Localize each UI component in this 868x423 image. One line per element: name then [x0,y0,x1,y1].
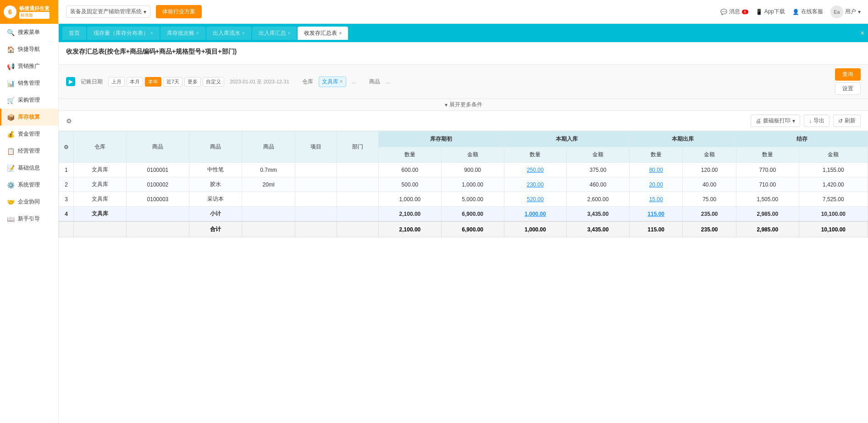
date-label: 记账日期 [81,78,103,86]
gear-icon[interactable]: ⚙ [66,117,72,125]
tab-close-inout-flow[interactable]: × [242,31,245,36]
col-code: 商品 [127,132,189,163]
system-select[interactable]: 装备及固定资产辅助管理系统 ▾ [66,5,150,18]
sidebar-label-system: 系统管理 [18,181,40,189]
print-icon: 🖨 [756,118,761,124]
expand-conditions-bar[interactable]: ▾ 展开更多条件 [59,99,868,111]
table-gear-header[interactable]: ⚙ [59,132,74,163]
sidebar-label-search: 搜索菜单 [18,28,40,36]
in-qty-link[interactable]: 250.00 [527,167,544,173]
sidebar-menu: 🔍搜索菜单🏠快捷导航📢营销推广📊销售管理🛒采购管理📦库存核算💰资金管理📋经营管理… [0,24,58,423]
tab-close-batch[interactable]: × [196,31,199,36]
sub-out-qty-link[interactable]: 115.00 [647,211,664,217]
user-action[interactable]: Ea 用户 ▾ [830,5,861,18]
out-qty-link[interactable]: 20.00 [649,181,663,188]
main-area: 装备及固定资产辅助管理系统 ▾ 体验行业方案 💬 消息 6 📱 App下载 👤 … [59,0,868,423]
out-qty-link[interactable]: 15.00 [649,196,663,203]
service-icon: 👤 [792,9,799,15]
sub-in-qty-link[interactable]: 1,000.00 [525,211,546,217]
footer-row: 合计 2,100.00 6,900.00 1,000.00 3,435.00 1… [59,221,868,237]
topbar-actions: 💬 消息 6 📱 App下载 👤 在线客服 Ea 用户 ▾ [720,5,861,18]
tab-label-inout-summary: 出入库汇总 [259,29,286,37]
message-icon: 💬 [720,9,727,15]
tab-label-recv-send-summary: 收发存汇总表 [304,29,337,37]
date-filter-btn-本年[interactable]: 本年 [145,77,161,87]
table-toolbar: ⚙ 🖨 拨磁板打印 ▾ ↓ 导出 ↺ 刷新 [59,111,868,131]
purchase-icon: 🛒 [7,97,14,104]
warehouse-more-btn[interactable]: ... [352,78,356,85]
sidebar-item-search[interactable]: 🔍搜索菜单 [0,24,58,41]
basic-icon: 📝 [7,165,14,172]
tab-close-recv-send-summary[interactable]: × [339,31,342,36]
query-button[interactable]: 查询 [835,68,861,81]
sidebar-label-guide: 新手引导 [18,215,40,223]
tab-label-inout-flow: 出入库流水 [213,29,240,37]
tab-close-inout-summary[interactable]: × [288,31,291,36]
sidebar-label-finance: 资金管理 [18,130,40,138]
sub-out-qty: 数量 [629,147,683,163]
date-filter-btn-本月[interactable]: 本月 [127,77,143,87]
app-download-action[interactable]: 📱 App下载 [756,8,785,16]
sidebar-item-enterprise[interactable]: 🤝企业协同 [0,193,58,210]
in-qty-link[interactable]: 230.00 [527,181,544,188]
operation-icon: 📋 [7,148,14,155]
warehouse-tag[interactable]: 文具库 × [319,77,346,87]
table-footer: 合计 2,100.00 6,900.00 1,000.00 3,435.00 1… [59,221,868,237]
tab-close-stock-dist[interactable]: × [150,31,153,36]
close-all-tabs[interactable]: × [861,29,864,37]
filter-toggle-button[interactable]: ▶ [66,77,75,86]
trial-button[interactable]: 体验行业方案 [156,5,202,18]
logo-text: 畅捷通好生意 标准版 [19,5,50,19]
refresh-icon: ↺ [838,118,843,124]
sidebar-item-finance[interactable]: 💰资金管理 [0,126,58,143]
tab-home[interactable]: 首页 [62,27,86,40]
col-group-in: 本期入库 [504,132,629,147]
expand-label: 展开更多条件 [449,101,482,109]
date-filter-btn-近7天[interactable]: 近7天 [163,77,182,87]
date-filter-btn-上月[interactable]: 上月 [108,77,125,87]
tab-label-home: 首页 [69,29,80,37]
table-row: 2 文具库 0100002 胶水 20ml 500.00 1,000.00 23… [59,177,868,192]
filter-bar: ▶ 记账日期 上月本月本年近7天更多自定义 2023-01-01 至 2023-… [59,65,868,99]
tab-recv-send-summary[interactable]: 收发存汇总表× [298,27,348,40]
date-filter-btn-更多[interactable]: 更多 [184,77,201,87]
search-icon: 🔍 [7,29,14,36]
warehouse-tag-close[interactable]: × [340,78,343,85]
sidebar-item-operation[interactable]: 📋经营管理 [0,143,58,159]
sub-init-qty: 数量 [379,147,442,163]
sub-init-amt: 金额 [441,147,504,163]
guide-icon: 📖 [7,215,14,223]
message-action[interactable]: 💬 消息 6 [720,8,748,16]
sidebar-label-stock: 库存核算 [18,113,40,121]
col-warehouse: 仓库 [74,132,127,163]
page-header: 收发存汇总表(按仓库+商品编码+商品+规格型号+项目+部门) [59,42,868,65]
goods-more-btn[interactable]: ... [386,78,390,85]
col-group-init: 库存期初 [379,132,504,147]
sidebar-item-quick-nav[interactable]: 🏠快捷导航 [0,41,58,58]
tab-batch[interactable]: 库存批次账× [160,27,205,40]
refresh-button[interactable]: ↺ 刷新 [833,115,861,127]
print-button[interactable]: 🖨 拨磁板打印 ▾ [751,115,800,127]
set-button[interactable]: 设置 [835,82,861,95]
system-icon: ⚙️ [7,181,14,189]
tab-inout-flow[interactable]: 出入库流水× [206,27,251,40]
sub-out-amt: 金额 [683,147,736,163]
export-button[interactable]: ↓ 导出 [804,115,829,127]
date-filter-btn-自定义[interactable]: 自定义 [203,77,224,87]
sidebar-item-guide[interactable]: 📖新手引导 [0,210,58,227]
online-service-action[interactable]: 👤 在线客服 [792,8,823,16]
sidebar-label-basic: 基础信息 [18,164,40,172]
expand-icon: ▾ [445,102,448,108]
sidebar-item-basic[interactable]: 📝基础信息 [0,159,58,176]
tab-inout-summary[interactable]: 出入库汇总× [252,27,297,40]
sidebar-item-system[interactable]: ⚙️系统管理 [0,176,58,193]
enterprise-icon: 🤝 [7,198,14,206]
sidebar-item-sales[interactable]: 📊销售管理 [0,75,58,92]
in-qty-link[interactable]: 520.00 [527,196,544,203]
out-qty-link[interactable]: 80.00 [649,167,663,173]
sidebar-item-purchase[interactable]: 🛒采购管理 [0,92,58,109]
data-table-wrapper: ⚙ 仓库 商品 商品 商品 项目 部门 库存期初 本期入库 本期出库 结存 数量 [59,131,868,423]
tab-stock-dist[interactable]: 现存量（库存分布表）× [87,27,160,40]
sidebar-item-marketing[interactable]: 📢营销推广 [0,58,58,75]
sidebar-item-stock[interactable]: 📦库存核算 [0,109,58,126]
